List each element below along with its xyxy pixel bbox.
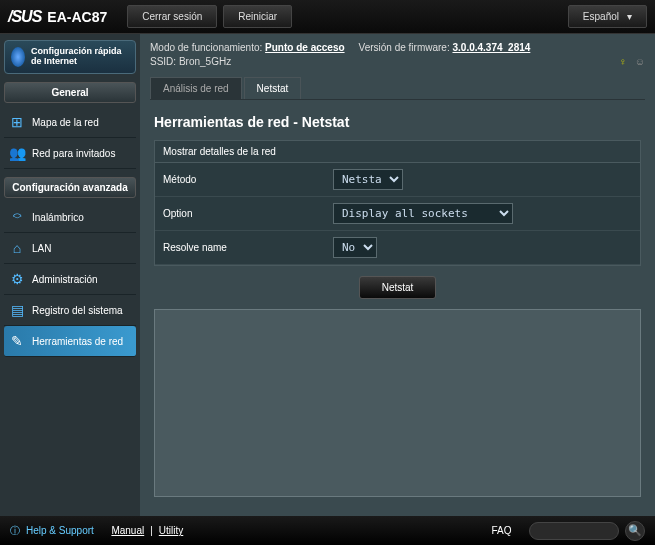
globe-icon — [11, 47, 25, 67]
sidebar-item-label: Registro del sistema — [32, 305, 123, 316]
sidebar-item-label: Red para invitados — [32, 148, 115, 159]
sidebar-item-lan[interactable]: ⌂ LAN — [4, 233, 136, 264]
language-label: Español — [583, 11, 619, 22]
search-input[interactable] — [529, 522, 619, 540]
sidebar-item-wireless[interactable]: ⌔ Inalámbrico — [4, 202, 136, 233]
resolve-label: Resolve name — [163, 242, 333, 253]
users-icon[interactable]: ☺ — [635, 56, 645, 67]
lan-icon: ⌂ — [8, 239, 26, 257]
fw-value[interactable]: 3.0.0.4.374_2814 — [452, 42, 530, 53]
page-title: Herramientas de red - Netstat — [154, 110, 641, 140]
sidebar-item-guest-network[interactable]: 👥 Red para invitados — [4, 138, 136, 169]
language-selector[interactable]: Español ▾ — [568, 5, 647, 28]
utility-link[interactable]: Utility — [159, 525, 183, 536]
wifi-icon: ⌔ — [8, 208, 26, 226]
resolve-select[interactable]: No — [333, 237, 377, 258]
tools-icon: ✎ — [8, 332, 26, 350]
sidebar-item-network-tools[interactable]: ✎ Herramientas de red — [4, 326, 136, 357]
tab-network-analysis[interactable]: Análisis de red — [150, 77, 242, 99]
reboot-button[interactable]: Reiniciar — [223, 5, 292, 28]
guest-icon: 👥 — [8, 144, 26, 162]
search-icon: 🔍 — [628, 524, 642, 537]
section-advanced: Configuración avanzada — [4, 177, 136, 198]
mode-value[interactable]: Punto de acceso — [265, 42, 344, 53]
sidebar-item-administration[interactable]: ⚙ Administración — [4, 264, 136, 295]
method-label: Método — [163, 174, 333, 185]
network-map-icon: ⊞ — [8, 113, 26, 131]
fw-label: Versión de firmware: — [359, 42, 450, 53]
model-name: EA-AC87 — [47, 9, 107, 25]
search-button[interactable]: 🔍 — [625, 521, 645, 541]
admin-icon: ⚙ — [8, 270, 26, 288]
netstat-button[interactable]: Netstat — [359, 276, 437, 299]
option-label: Option — [163, 208, 333, 219]
chevron-down-icon: ▾ — [627, 11, 632, 22]
subsection-header: Mostrar detalles de la red — [155, 141, 640, 163]
log-icon: ▤ — [8, 301, 26, 319]
ssid-label: SSID: — [150, 56, 176, 67]
sidebar-item-network-map[interactable]: ⊞ Mapa de la red — [4, 107, 136, 138]
sidebar-item-label: Herramientas de red — [32, 336, 123, 347]
ssid-value[interactable]: Bron_5GHz — [179, 56, 231, 67]
sidebar-item-label: Inalámbrico — [32, 212, 84, 223]
bulb-icon[interactable]: ♀ — [619, 56, 627, 67]
tab-netstat[interactable]: Netstat — [244, 77, 302, 99]
section-general: General — [4, 82, 136, 103]
sidebar-item-label: Mapa de la red — [32, 117, 99, 128]
help-icon: ⓘ — [10, 524, 20, 538]
brand-logo: /SUS — [8, 8, 41, 26]
sidebar-item-system-log[interactable]: ▤ Registro del sistema — [4, 295, 136, 326]
output-area — [154, 309, 641, 497]
quick-internet-setup[interactable]: Configuración rápida de Internet — [4, 40, 136, 74]
sidebar-item-label: LAN — [32, 243, 51, 254]
sidebar-item-label: Administración — [32, 274, 98, 285]
mode-label: Modo de funcionamiento: — [150, 42, 262, 53]
faq-link[interactable]: FAQ — [491, 525, 511, 536]
manual-link[interactable]: Manual — [111, 525, 144, 536]
method-select[interactable]: Netstat — [333, 169, 403, 190]
logout-button[interactable]: Cerrar sesión — [127, 5, 217, 28]
option-select[interactable]: Display all sockets — [333, 203, 513, 224]
help-support-link[interactable]: Help & Support — [26, 525, 94, 536]
qis-label: Configuración rápida de Internet — [31, 47, 129, 67]
